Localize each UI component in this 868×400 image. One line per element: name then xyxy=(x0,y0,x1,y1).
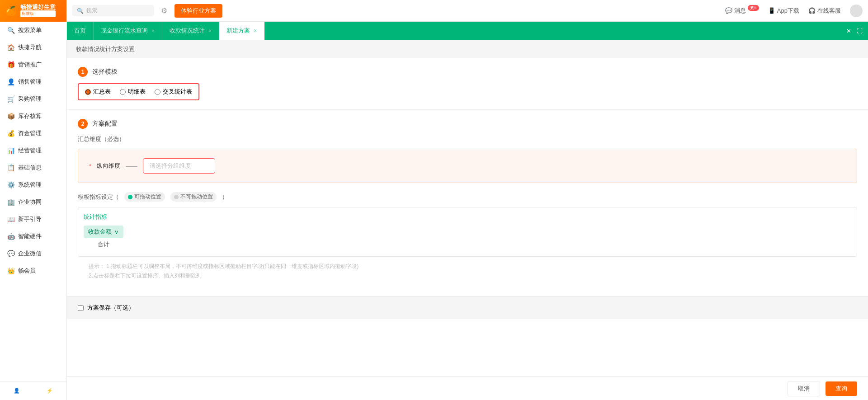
brand-badge: 标准版 xyxy=(20,10,56,17)
sidebar-bottom-user[interactable]: 👤 xyxy=(0,385,33,396)
topbar: 🔍 搜索 ⚙ 体验行业方案 💬 消息 99+ 📱 App下载 🎧 在线客服 xyxy=(67,0,868,22)
save-checkbox[interactable] xyxy=(78,305,84,311)
tab-home[interactable]: 首页 xyxy=(67,22,94,40)
message-label: 消息 xyxy=(734,7,746,15)
radio-summary-label: 汇总表 xyxy=(93,88,111,96)
sidebar: 🍊 畅捷通好生意 标准版 🔍 搜索菜单 🏠 快捷导航 🎁 营销推广 👤 销售管理… xyxy=(0,0,67,400)
expand-icon[interactable]: ⛶ xyxy=(857,28,863,34)
required-star: * xyxy=(89,163,91,169)
sidebar-item-basics[interactable]: 📋 基础信息 xyxy=(0,159,66,176)
sidebar-item-sales[interactable]: 👤 销售管理 xyxy=(0,73,66,90)
sidebar-item-purchase[interactable]: 🛒 采购管理 xyxy=(0,90,66,108)
close-window-icon[interactable]: ✕ xyxy=(846,28,851,34)
sidebar-item-label: 系统管理 xyxy=(18,181,42,189)
draggable-label: 可拖动位置 xyxy=(134,193,161,201)
industry-btn[interactable]: 体验行业方案 xyxy=(175,4,222,18)
service-item[interactable]: 🎧 在线客服 xyxy=(808,7,841,15)
radio-cross-label: 交叉统计表 xyxy=(163,88,192,96)
sidebar-bottom-action[interactable]: ⚡ xyxy=(33,385,67,396)
metrics-config: 模板指标设定（ 可拖动位置 不可拖动位置 ） 统计指标 xyxy=(78,192,857,257)
radio-summary[interactable]: 汇总表 xyxy=(85,88,111,96)
sidebar-item-label: 营销推广 xyxy=(18,61,42,69)
quick-nav-icon: 🏠 xyxy=(7,44,14,51)
sidebar-item-label: 资金管理 xyxy=(18,129,42,137)
tip-1: 提示： 1.拖动标题栏可以调整布局，不可跨维度或指标区域拖动栏目字段(只能在同一… xyxy=(89,263,846,270)
metric-tag-revenue[interactable]: 收款金额 ∨ xyxy=(84,226,123,238)
finance-icon: 💰 xyxy=(7,130,14,137)
tab-receipt-stats[interactable]: 收款情况统计 × xyxy=(162,22,219,40)
download-item[interactable]: 📱 App下载 xyxy=(768,7,799,15)
radio-summary-input[interactable] xyxy=(85,89,91,95)
sidebar-item-corp-coop[interactable]: 🏢 企业协同 xyxy=(0,193,66,211)
tab-bank-flow-close[interactable]: × xyxy=(151,28,155,34)
tabbar: 首页 现金银行流水查询 × 收款情况统计 × 新建方案 × ✕ ⛶ xyxy=(67,22,868,40)
dimension-area: * 纵向维度 —— 请选择分组维度 xyxy=(78,149,857,183)
radio-cross[interactable]: 交叉统计表 xyxy=(155,88,192,96)
metric-dropdown-icon: ∨ xyxy=(114,229,119,235)
tab-new-plan-close[interactable]: × xyxy=(254,28,257,34)
tab-bank-flow[interactable]: 现金银行流水查询 × xyxy=(94,22,162,40)
download-label: App下载 xyxy=(777,7,799,15)
sidebar-bottom: 👤 ⚡ xyxy=(0,381,66,400)
sidebar-item-label: 采购管理 xyxy=(18,95,42,103)
content-area: 收款情况统计方案设置 1 选择模板 汇总表 明细表 xyxy=(67,40,868,376)
tab-home-label: 首页 xyxy=(74,27,86,35)
tab-receipt-stats-close[interactable]: × xyxy=(208,28,212,34)
step2-title: 方案配置 xyxy=(92,120,118,128)
download-icon: 📱 xyxy=(768,7,775,14)
message-icon: 💬 xyxy=(725,7,732,14)
sidebar-item-search-menu[interactable]: 🔍 搜索菜单 xyxy=(0,22,66,39)
headset-icon: 🎧 xyxy=(808,7,816,14)
tips-section: 提示： 1.拖动标题栏可以调整布局，不可跨维度或指标区域拖动栏目字段(只能在同一… xyxy=(78,257,857,287)
hardware-icon: 🤖 xyxy=(7,233,14,240)
sidebar-item-guide[interactable]: 📖 新手引导 xyxy=(0,211,66,228)
dimension-row-label: 纵向维度 xyxy=(97,162,120,170)
action-bar: 取消 查询 xyxy=(67,376,868,400)
dimension-placeholder: 请选择分组维度 xyxy=(150,162,191,169)
footer-save: 方案保存（可选） xyxy=(67,296,868,319)
sidebar-item-vip[interactable]: 👑 畅会员 xyxy=(0,262,66,279)
radio-detail-input[interactable] xyxy=(120,89,126,95)
sidebar-item-marketing[interactable]: 🎁 营销推广 xyxy=(0,56,66,73)
sidebar-item-operations[interactable]: 📊 经营管理 xyxy=(0,142,66,159)
cancel-button[interactable]: 取消 xyxy=(788,381,820,396)
metrics-label-row: 模板指标设定（ 可拖动位置 不可拖动位置 ） xyxy=(78,192,857,202)
sidebar-item-label: 快捷导航 xyxy=(18,43,42,52)
sidebar-item-quick-nav[interactable]: 🏠 快捷导航 xyxy=(0,39,66,56)
weixin-icon: 💬 xyxy=(7,250,14,257)
sidebar-item-weixin[interactable]: 💬 企业微信 xyxy=(0,245,66,262)
basics-icon: 📋 xyxy=(7,164,14,171)
sidebar-item-hardware[interactable]: 🤖 智能硬件 xyxy=(0,228,66,245)
page-title: 收款情况统计方案设置 xyxy=(67,45,868,58)
sidebar-item-label: 基础信息 xyxy=(18,164,42,172)
corp-coop-icon: 🏢 xyxy=(7,198,14,206)
brand-name: 畅捷通好生意 xyxy=(20,4,56,11)
draggable-indicator: 可拖动位置 xyxy=(124,192,165,202)
tab-receipt-stats-label: 收款情况统计 xyxy=(170,27,205,35)
radio-cross-input[interactable] xyxy=(155,89,160,95)
marketing-icon: 🎁 xyxy=(7,61,14,68)
sidebar-item-finance[interactable]: 💰 资金管理 xyxy=(0,125,66,142)
template-radio-group: 汇总表 明细表 交叉统计表 xyxy=(78,83,199,100)
sidebar-item-inventory[interactable]: 📦 库存核算 xyxy=(0,108,66,125)
avatar[interactable] xyxy=(850,5,863,17)
inventory-icon: 📦 xyxy=(7,113,14,120)
guide-icon: 📖 xyxy=(7,216,14,223)
query-button[interactable]: 查询 xyxy=(826,381,857,396)
radio-detail[interactable]: 明细表 xyxy=(120,88,146,96)
search-box[interactable]: 🔍 搜索 xyxy=(72,5,154,16)
tab-new-plan-label: 新建方案 xyxy=(226,27,250,35)
sidebar-item-label: 企业协同 xyxy=(18,198,42,206)
gear-icon[interactable]: ⚙ xyxy=(161,6,167,15)
system-icon: ⚙️ xyxy=(7,181,14,188)
metrics-zone: 统计指标 收款金额 ∨ 合计 xyxy=(78,207,857,257)
dimension-select[interactable]: 请选择分组维度 xyxy=(143,158,215,174)
non-draggable-indicator: 不可拖动位置 xyxy=(170,192,217,202)
dimension-row: * 纵向维度 —— 请选择分组维度 xyxy=(89,158,846,174)
tab-new-plan[interactable]: 新建方案 × xyxy=(219,22,264,40)
message-badge: 99+ xyxy=(748,5,759,11)
sidebar-item-system[interactable]: ⚙️ 系统管理 xyxy=(0,176,66,193)
message-item[interactable]: 💬 消息 99+ xyxy=(725,7,759,15)
logo-icon: 🍊 xyxy=(5,5,17,16)
metrics-label-text: 模板指标设定（ xyxy=(78,193,119,201)
